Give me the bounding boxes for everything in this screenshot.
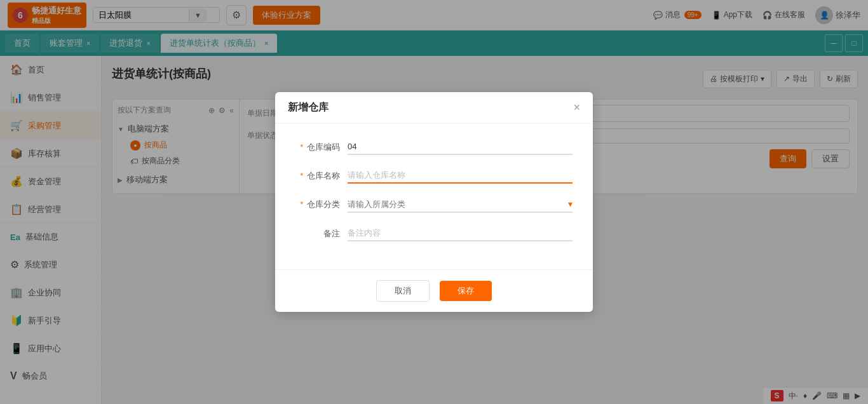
code-input[interactable] — [348, 139, 573, 155]
required-star-name: * — [300, 171, 303, 180]
name-input[interactable] — [348, 168, 573, 184]
dialog-body: * 仓库编码 * 仓库名称 * 仓库分类 — [275, 124, 593, 269]
category-dropdown-icon[interactable]: ▾ — [568, 199, 573, 209]
category-select-row[interactable]: ▾ — [348, 196, 573, 213]
dialog-add-warehouse: 新增仓库 × * 仓库编码 * 仓库名称 — [275, 92, 593, 312]
note-label-text: 备注 — [323, 229, 340, 238]
cancel-button[interactable]: 取消 — [376, 280, 430, 302]
save-button[interactable]: 保存 — [440, 281, 492, 301]
note-input[interactable] — [348, 226, 573, 241]
note-label: 备注 — [295, 228, 340, 239]
category-label: * 仓库分类 — [295, 199, 340, 210]
dialog-close-btn[interactable]: × — [573, 101, 580, 114]
required-star-category: * — [300, 199, 303, 209]
code-label-text: 仓库编码 — [307, 142, 340, 152]
form-row-category: * 仓库分类 ▾ — [295, 196, 573, 213]
form-row-code: * 仓库编码 — [295, 139, 573, 155]
dialog-header: 新增仓库 × — [275, 92, 593, 124]
code-label: * 仓库编码 — [295, 142, 340, 153]
category-label-text: 仓库分类 — [307, 199, 340, 209]
dialog-title: 新增仓库 — [288, 101, 329, 114]
dialog-overlay: 新增仓库 × * 仓库编码 * 仓库名称 — [0, 0, 868, 404]
name-label-text: 仓库名称 — [307, 171, 340, 180]
required-star-code: * — [300, 142, 303, 152]
form-row-name: * 仓库名称 — [295, 168, 573, 184]
name-label: * 仓库名称 — [295, 170, 340, 182]
category-input[interactable] — [348, 199, 568, 209]
dialog-footer: 取消 保存 — [275, 269, 593, 312]
form-row-note: 备注 — [295, 226, 573, 241]
